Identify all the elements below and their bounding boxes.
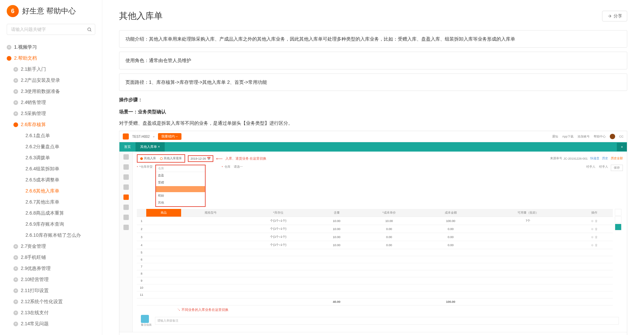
nav-item-docs[interactable]: −2.帮助文档 <box>7 53 95 64</box>
ss-fast-link: 快递查 <box>590 156 599 161</box>
page-title: 其他入库单 <box>119 10 163 22</box>
ss-th-cost: *成本单价 <box>357 209 421 217</box>
nav-label: 2.9优惠券管理 <box>21 265 51 272</box>
ss-table-row: 4个(1个=1个)10.000.000.00⊕ 🗑 <box>137 241 613 249</box>
share-button[interactable]: 分享 <box>602 11 627 21</box>
nav-item-2-11[interactable]: +2.11打印设置 <box>7 285 95 296</box>
nav-item-2-13[interactable]: +2.13在线支付 <box>7 307 95 318</box>
svg-point-0 <box>88 28 91 31</box>
nav-item-2-4[interactable]: +2.4销售管理 <box>7 97 95 108</box>
nav-label: 2.6.10库存账本错了怎么办 <box>25 232 81 239</box>
ss-docno: 来源单号 JC-20191226-001 <box>550 156 588 161</box>
ss-tool-icon-active <box>615 224 622 230</box>
nav-label: 2.帮助文档 <box>14 55 37 62</box>
nav-label: 2.1新手入门 <box>21 66 46 73</box>
ss-docno-value: JC-20191226-001 <box>564 157 588 160</box>
nav-item-2-6-8[interactable]: 2.6.8商品成本重算 <box>7 208 95 219</box>
logo-row: 6 好生意 帮助中心 <box>7 5 95 17</box>
ss-field-label: 经手人 <box>586 165 595 169</box>
sidebar: 6 好生意 帮助中心 +1.视频学习 −2.帮助文档 +2.1新手入门 +2.2… <box>0 0 102 335</box>
ss-note-icon <box>141 315 149 323</box>
ss-content: 其他入库 其他入库退库 2019-12-26 📅 ⟵ 入库、退货业务 在这里切换… <box>133 152 627 332</box>
ss-hist2-link: 历史全部 <box>611 156 623 161</box>
ss-bell-icon: 通知 <box>552 134 558 139</box>
nav-item-2-6[interactable]: −2.6库存核算 <box>7 119 95 130</box>
nav-item-2-6-1[interactable]: 2.6.1盘点单 <box>7 130 95 141</box>
nav-item-video[interactable]: +1.视频学习 <box>7 42 95 53</box>
nav-item-2-6-3[interactable]: 2.6.3调拨单 <box>7 152 95 163</box>
ss-logo-icon <box>123 133 129 139</box>
nav-label: 2.6库存核算 <box>21 121 46 128</box>
ss-side-icon-active <box>123 194 129 200</box>
nav-label: 2.11打印设置 <box>21 287 49 294</box>
ss-sum-amount: 100.00 <box>421 298 480 305</box>
ss-side-icon <box>123 174 129 180</box>
ss-side-icon <box>123 205 129 210</box>
panel-role: 使用角色：通常由仓管人员维护 <box>119 52 627 69</box>
ss-th-no <box>137 209 146 217</box>
radio-dot-icon <box>140 157 143 160</box>
ss-warehouse-hint: *仓库 请选一 <box>222 165 243 169</box>
ss-th-amount: 成本金额 <box>421 209 480 217</box>
plus-icon: + <box>13 266 18 271</box>
ss-radio-return: 其他入库退库 <box>160 156 182 161</box>
nav-label: 2.4销售管理 <box>21 99 46 106</box>
nav-label: 2.13在线支付 <box>21 309 49 316</box>
ss-save-mini: 保存 <box>611 165 623 171</box>
nav-item-2-3[interactable]: +2.3使用前数据准备 <box>7 86 95 97</box>
nav-label: 2.6.6其他入库单 <box>25 187 59 194</box>
ss-renew-button: 我要续约→ <box>158 133 181 140</box>
nav-label: 2.6.7其他出库单 <box>25 199 59 206</box>
panel-text: 其他入库单用来处理除采购入库、产成品入库之外的其他入库业务，因此其他入库单可处理… <box>149 36 515 42</box>
search-input[interactable] <box>7 24 95 35</box>
nav-item-2-1[interactable]: +2.1新手入门 <box>7 64 95 75</box>
ss-table-row: 2个(1个=1个)10.000.000.00⊕ 🗑 <box>137 225 613 233</box>
nav-label: 2.6.4组装拆卸单 <box>25 165 59 172</box>
ss-app-icon: App下载 <box>562 134 574 139</box>
ss-sum-qty: 40.00 <box>316 298 357 305</box>
app-logo-icon: 6 <box>7 5 19 17</box>
share-label: 分享 <box>613 13 622 19</box>
ss-docno-label: 来源单号 <box>550 156 562 161</box>
ss-side-icon <box>123 225 129 230</box>
ss-table-row: 1个(1个=1个)10.0010.00100.007个⊕ 🗑 <box>137 217 613 225</box>
ss-th-code: 商品 <box>146 209 181 217</box>
ss-side-icon <box>123 215 129 220</box>
nav-item-2-9[interactable]: +2.9优惠券管理 <box>7 263 95 274</box>
ss-row-fields: **仓库存货 仓库 盘盈 受赠 初始 其他 *仓库 请选一 <box>137 165 623 207</box>
nav-item-2-5[interactable]: +2.5采购管理 <box>7 108 95 119</box>
ss-side-icon <box>123 184 129 190</box>
nav-item-2-7[interactable]: +2.7资金管理 <box>7 241 95 252</box>
nav-item-2-6-6[interactable]: 2.6.6其他入库单 <box>7 185 95 197</box>
ss-topbar: TEST-H002 ▾ 我要续约→ 通知 App下载 添加账号 帮助中心 CC <box>119 131 627 142</box>
ss-radio-box: 其他入库 其他入库退库 <box>137 154 185 163</box>
nav-label: 2.6.1盘点单 <box>25 132 50 139</box>
plus-icon: + <box>13 111 18 116</box>
nav-item-2-10[interactable]: +2.10经营管理 <box>7 274 95 285</box>
nav-item-2-6-5[interactable]: 2.6.5成本调整单 <box>7 174 95 185</box>
ss-tool-icon <box>615 216 622 223</box>
nav-item-2-6-9[interactable]: 2.6.9库存账本查询 <box>7 219 95 230</box>
plus-icon: + <box>13 322 18 326</box>
nav-label: 2.3使用前数据准备 <box>21 88 60 95</box>
panel-label: 使用角色： <box>125 58 149 63</box>
nav-item-2-8[interactable]: +2.8手机旺铺 <box>7 252 95 263</box>
nav-item-2-14[interactable]: +2.14常见问题 <box>7 318 95 329</box>
ss-dd-item: 初始 <box>156 192 205 199</box>
nav-item-2-6-7[interactable]: 2.6.7其他出库单 <box>7 197 95 208</box>
plus-icon: + <box>13 78 18 83</box>
ss-side-icon <box>123 154 129 160</box>
steps-label: 操作步骤： <box>119 97 627 103</box>
nav-item-2-6-4[interactable]: 2.6.4组装拆卸单 <box>7 163 95 174</box>
panel-label: 页面路径： <box>125 79 149 85</box>
ss-table: 商品 规格型号 *库存位 含量 *成本单价 成本金额 可用量（批前） 操作 1个… <box>137 209 613 305</box>
nav-item-2-12[interactable]: +2.12系统个性化设置 <box>7 296 95 307</box>
scene1-p1: 对于受赠、盘盈或是拆装入库等不同的业务，是通过单据头【业务类型】进行区分。 <box>119 119 627 127</box>
ss-warehouse-label: **仓库存货 <box>137 165 153 169</box>
ss-arrow-icon: ⟵ <box>216 156 223 161</box>
ss-biztype-dropdown: 仓库 盘盈 受赠 初始 其他 <box>155 165 206 207</box>
nav-item-2-2[interactable]: +2.2产品安装及登录 <box>7 75 95 86</box>
ss-annotation-2: ↘ 不同业务的入库业务在这里切换 <box>137 305 613 312</box>
nav-item-2-6-10[interactable]: 2.6.10库存账本错了怎么办 <box>7 230 95 241</box>
nav-item-2-6-2[interactable]: 2.6.2分量盘点单 <box>7 141 95 152</box>
